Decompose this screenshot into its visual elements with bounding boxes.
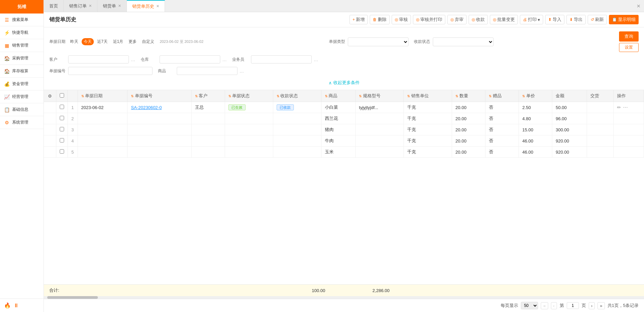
date-tab-1month[interactable]: 近1月	[111, 38, 125, 45]
more-icon-0[interactable]: ⋯	[623, 105, 628, 110]
row-check-0[interactable]	[56, 102, 67, 113]
sidebar-bottom-icon2[interactable]: ⏸	[13, 303, 19, 309]
col-gift[interactable]: ⇅ 赠品	[485, 90, 519, 102]
finance-icon: 💰	[4, 81, 9, 87]
import-button[interactable]: ⬆ 导入	[545, 15, 564, 24]
first-page-button[interactable]: «	[541, 302, 548, 309]
audit-button[interactable]: ◎ 审核	[392, 15, 411, 24]
col-doc-status[interactable]: ⇅ 单据状态	[225, 90, 273, 102]
row-checkbox-0[interactable]	[60, 105, 64, 109]
sort-icon: ⇅	[455, 94, 458, 98]
date-tab-7days[interactable]: 近7天	[95, 38, 110, 45]
tab-sales-goods[interactable]: 销货单 ✕	[97, 0, 127, 12]
sidebar-item-sales-mgmt[interactable]: ▦ 销售管理	[0, 39, 44, 52]
row-check-4[interactable]	[56, 147, 67, 158]
col-unit-price[interactable]: ⇅ 单价	[519, 90, 552, 102]
display-detail-button[interactable]: 📋 显示明细	[609, 15, 639, 24]
sort-icon: ⇅	[489, 94, 492, 98]
row-check-2[interactable]	[56, 124, 67, 135]
refresh-button[interactable]: ↺ 刷新	[588, 15, 607, 24]
tab-sales-history[interactable]: 销货单历史 ✕	[127, 0, 165, 12]
row-checkbox-1[interactable]	[60, 116, 64, 120]
filter-row-3: 单据编号 商品 …	[49, 67, 639, 75]
col-collect-status[interactable]: ⇅ 收款状态	[273, 90, 321, 102]
audit-print-button[interactable]: ◎ 审核并打印	[413, 15, 445, 24]
collect-button[interactable]: ◎ 收款	[469, 15, 488, 24]
date-tab-more[interactable]: 更多	[127, 38, 139, 45]
row-checkbox-4[interactable]	[60, 149, 64, 154]
doc-num-input[interactable]	[68, 67, 152, 75]
tab-sales-history-close[interactable]: ✕	[156, 4, 159, 8]
abandon-button[interactable]: ◎ 弃审	[447, 15, 467, 24]
sidebar-bottom-icon1[interactable]: 🔥	[4, 302, 11, 309]
sidebar-item-finance[interactable]: 💰 资金管理	[0, 78, 44, 90]
row-actions-2	[614, 124, 644, 135]
doc-type-select[interactable]	[348, 37, 409, 46]
tab-sales-order-close[interactable]: ✕	[89, 4, 92, 8]
row-check-1[interactable]	[56, 113, 67, 124]
row-checkbox-2[interactable]	[60, 127, 64, 131]
goods-input[interactable]	[177, 67, 237, 75]
date-tab-custom[interactable]: 自定义	[140, 38, 156, 45]
scrollbar-thumb[interactable]	[47, 296, 98, 299]
sidebar-item-search-menu[interactable]: ☰ 搜索菜单	[0, 14, 44, 26]
collapse-button[interactable]: ∧ 收起更多条件	[49, 78, 639, 86]
data-table-wrapper[interactable]: ⚙ ⇅ 单据日期 ⇅ 单据编号 ⇅ 客户 ⇅ 单据状态 ⇅ 收款状态 ⇅ 商品 …	[44, 90, 644, 284]
sidebar-item-purchase-mgmt[interactable]: 🏠 采购管理	[0, 52, 44, 65]
horizontal-scrollbar[interactable]	[44, 296, 644, 299]
set-button[interactable]: 设置	[619, 43, 639, 52]
select-all-checkbox[interactable]	[60, 93, 64, 98]
print-button[interactable]: 🖨 打印 ▾	[520, 15, 543, 24]
doc-no-link-0[interactable]: SA-20230602-0	[131, 105, 162, 110]
tab-sales-order[interactable]: 销售订单 ✕	[64, 0, 97, 12]
sidebar-item-quick-nav[interactable]: ⚡ 快捷导航	[0, 26, 44, 39]
tabs-close-all[interactable]: ✕	[637, 3, 644, 9]
prev-page-button[interactable]: ‹	[551, 302, 557, 309]
sort-icon: ⇅	[359, 94, 362, 98]
page-size-select[interactable]: 20 50 100	[521, 302, 538, 309]
total-qty: 100.00	[312, 288, 325, 293]
col-check[interactable]	[56, 90, 67, 102]
col-qty[interactable]: ⇅ 数量	[452, 90, 485, 102]
date-tab-today[interactable]: 今天	[82, 38, 94, 45]
edit-icon-0[interactable]: ✏	[617, 105, 621, 110]
batch-change-button[interactable]: ◎ 批量变更	[490, 15, 518, 24]
row-qty-1: 20.00	[452, 113, 485, 124]
sidebar-item-base-info[interactable]: 📋 基础信息	[0, 103, 44, 116]
warehouse-dots[interactable]: …	[222, 57, 227, 62]
collect-status-select[interactable]	[433, 37, 494, 46]
salesperson-dots[interactable]: …	[314, 57, 318, 62]
page-input[interactable]	[567, 302, 579, 309]
sort-icon: ⇅	[81, 94, 84, 98]
new-button[interactable]: + 新增	[349, 15, 368, 24]
filter-customer: 客户 …	[49, 55, 135, 63]
row-sales-unit-1: 千克	[404, 113, 452, 124]
col-spec-type[interactable]: ⇅ 规格型号	[356, 90, 404, 102]
sidebar-item-operation[interactable]: 📈 经营管理	[0, 90, 44, 103]
next-page-button[interactable]: ›	[589, 302, 595, 309]
export-button[interactable]: ⬇ 导出	[566, 15, 586, 24]
col-doc-date[interactable]: ⇅ 单据日期	[78, 90, 128, 102]
customer-dots[interactable]: …	[131, 57, 135, 62]
sidebar-item-inventory[interactable]: 🏠 库存核算	[0, 65, 44, 78]
goods-dots[interactable]: …	[240, 69, 244, 74]
col-sales-unit[interactable]: ⇅ 销售单位	[404, 90, 452, 102]
last-page-button[interactable]: »	[597, 302, 605, 309]
col-setting[interactable]: ⚙	[44, 90, 56, 102]
sidebar-item-label: 搜索菜单	[12, 17, 28, 23]
date-tab-yesterday[interactable]: 昨天	[68, 38, 80, 45]
customer-input[interactable]	[68, 55, 129, 63]
row-amount-0: 50.00	[552, 102, 587, 113]
warehouse-input[interactable]	[160, 55, 220, 63]
delete-button[interactable]: 🗑 删除	[370, 15, 390, 24]
row-checkbox-3[interactable]	[60, 138, 64, 142]
row-check-3[interactable]	[56, 135, 67, 147]
col-doc-no[interactable]: ⇅ 单据编号	[128, 90, 191, 102]
tab-sales-goods-close[interactable]: ✕	[118, 4, 121, 8]
col-customer[interactable]: ⇅ 客户	[191, 90, 225, 102]
query-button[interactable]: 查询	[619, 31, 639, 42]
tab-home[interactable]: 首页	[44, 0, 64, 12]
salesperson-input[interactable]	[251, 55, 312, 63]
sidebar-item-sys-mgmt[interactable]: ⚙ 系统管理	[0, 116, 44, 129]
col-goods[interactable]: ⇅ 商品	[321, 90, 355, 102]
